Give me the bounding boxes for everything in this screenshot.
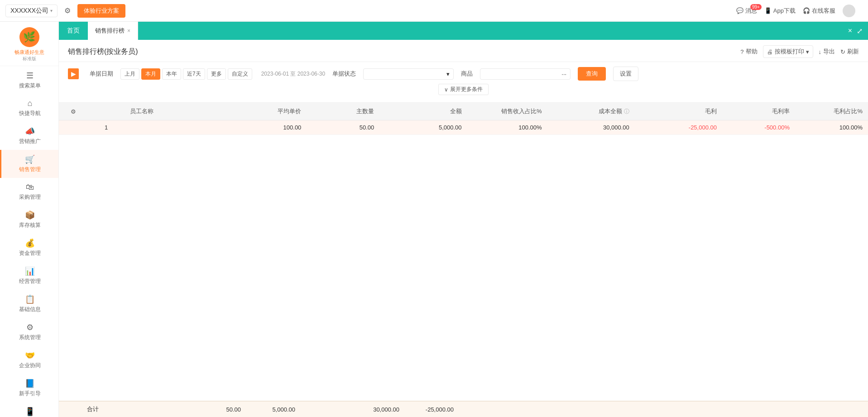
print-chevron-icon: ▾ (806, 48, 809, 55)
sidebar-item-label: 营销推广 (19, 138, 41, 145)
goods-input[interactable]: ··· (480, 68, 571, 80)
expand-row: ∨ 展开更多条件 (68, 81, 859, 98)
header-actions: ? 帮助 🖨 按模板打印 ▾ ↓ 导出 ↻ (740, 45, 859, 58)
th-name: 员工名称 (125, 103, 234, 120)
tab-close-window-icon[interactable]: × (848, 27, 852, 35)
export-label: 导出 (823, 48, 835, 56)
sidebar-item-label: 库存核算 (19, 221, 41, 229)
th-qty: 主数量 (307, 103, 379, 120)
help-button[interactable]: ? 帮助 (740, 48, 757, 56)
sidebar-nav: ☰ 搜索菜单 ⌂ 快捷导航 📣 营销推广 🛒 销售管理 🛍 采购管理 (0, 66, 58, 417)
search-menu-icon: ☰ (26, 71, 34, 81)
sidebar-item-label: 销售管理 (19, 166, 41, 173)
tab-sales-ranking-label: 销售排行榜 (95, 27, 125, 35)
row-avg-price: 100.00 (234, 120, 307, 135)
marketing-icon: 📣 (25, 126, 35, 136)
row-gross-pct: 100.00% (795, 120, 868, 135)
sidebar-item-label: 系统管理 (19, 334, 41, 341)
table-body: 1 100.00 50.00 5,000.00 100.00% 30,000.0… (59, 120, 868, 135)
trial-button[interactable]: 体验行业方案 (77, 4, 125, 18)
data-table: ⚙ 员工名称 平均单价 主数量 全额 销售收入占比% 成本全额 ⓘ 毛利 毛利率 (59, 103, 868, 135)
th-avg-price: 平均单价 (234, 103, 307, 120)
appcenter-icon: 📱 (25, 407, 35, 417)
row-cost-amount: 30,000.00 (547, 120, 635, 135)
row-name (125, 120, 234, 135)
filter-toggle-arrow[interactable]: ▶ (68, 68, 79, 79)
date-btn-this-month[interactable]: 本月 (141, 68, 160, 80)
date-toggle-group: 上月 本月 本年 近7天 更多 自定义 (120, 68, 252, 80)
th-gross-rate: 毛利率 (722, 103, 795, 120)
sidebar-item-label: 快捷导航 (19, 110, 41, 117)
sidebar-item-sales[interactable]: 🛒 销售管理 (0, 150, 58, 178)
message-icon: 💬 (736, 7, 743, 14)
sidebar-item-marketing[interactable]: 📣 营销推广 (0, 122, 58, 150)
date-range: 2023-06-01 至 2023-06-30 (261, 70, 325, 78)
sidebar-item-label: 采购管理 (19, 193, 41, 201)
status-select[interactable]: ▾ (363, 68, 454, 80)
company-name: XXXXXX公司 (10, 7, 48, 15)
expand-more-button[interactable]: ∨ 展开更多条件 (438, 84, 489, 95)
sidebar-item-purchase[interactable]: 🛍 采购管理 (0, 178, 58, 206)
system-icon: ⚙ (26, 322, 34, 332)
sidebar-item-search[interactable]: ☰ 搜索菜单 (0, 66, 58, 94)
tab-home[interactable]: 首页 (59, 22, 88, 40)
setting-button[interactable]: 设置 (613, 67, 638, 81)
refresh-button[interactable]: ↻ 刷新 (840, 48, 859, 56)
footer-cost: 30,000.00 (345, 406, 399, 413)
sidebar-item-enterprise[interactable]: 🤝 企业协同 (0, 346, 58, 374)
th-gross-profit: 毛利 (635, 103, 722, 120)
print-button[interactable]: 🖨 按模板打印 ▾ (763, 45, 813, 58)
online-service-button[interactable]: 🎧 在线客服 (803, 7, 835, 15)
avatar[interactable] (843, 5, 855, 17)
table-container: ⚙ 员工名称 平均单价 主数量 全额 销售收入占比% 成本全额 ⓘ 毛利 毛利率 (59, 103, 868, 401)
sidebar-item-finance[interactable]: 💰 资金管理 (0, 234, 58, 262)
top-bar: XXXXXX公司 ▾ ⚙ 体验行业方案 💬 消息 99+ 📱 App下载 🎧 在… (0, 0, 868, 22)
th-gross-pct: 毛利占比% (795, 103, 868, 120)
filter-area: ▶ 单据日期 上月 本月 本年 近7天 更多 自定义 2023-06-01 至 … (59, 62, 868, 103)
home-icon: ⌂ (28, 99, 33, 108)
footer-amount: 5,000.00 (241, 406, 295, 413)
sidebar-item-guide[interactable]: 📘 新手引导 (0, 374, 58, 402)
cost-info-icon[interactable]: ⓘ (624, 108, 629, 115)
date-btn-this-year[interactable]: 本年 (162, 68, 181, 80)
logo-sub: 标准版 (23, 56, 36, 62)
th-gear[interactable]: ⚙ (59, 103, 88, 120)
help-label: 帮助 (746, 48, 758, 56)
settings-icon[interactable]: ⚙ (61, 5, 74, 17)
sidebar-item-system[interactable]: ⚙ 系统管理 (0, 318, 58, 346)
help-icon: ? (740, 48, 743, 55)
date-btn-last-7days[interactable]: 近7天 (183, 68, 205, 80)
row-gross-profit: -25,000.00 (635, 120, 722, 135)
export-button[interactable]: ↓ 导出 (819, 48, 835, 56)
status-label: 单据状态 (332, 70, 356, 78)
app-download-button[interactable]: 📱 App下载 (764, 7, 796, 15)
company-selector[interactable]: XXXXXX公司 ▾ (5, 5, 58, 17)
sidebar-item-inventory[interactable]: 📦 库存核算 (0, 206, 58, 234)
tab-maximize-icon[interactable]: ⤢ (857, 27, 863, 35)
date-btn-more[interactable]: 更多 (207, 68, 226, 80)
sidebar-item-label: 新手引导 (19, 390, 41, 398)
search-button[interactable]: 查询 (578, 67, 606, 81)
logo-text: 畅康通好生意 (14, 49, 44, 56)
message-button[interactable]: 💬 消息 99+ (736, 7, 757, 15)
page-content: 销售排行榜(按业务员) ? 帮助 🖨 按模板打印 ▾ ↓ (59, 40, 868, 417)
refresh-icon: ↻ (840, 48, 845, 55)
date-label: 单据日期 (90, 70, 113, 78)
date-btn-last-month[interactable]: 上月 (120, 68, 139, 80)
tab-bar: 首页 销售排行榜 × × ⤢ (59, 22, 868, 40)
date-btn-custom[interactable]: 自定义 (228, 68, 252, 80)
tab-bar-right: × ⤢ (843, 27, 868, 35)
row-rank: 1 (88, 120, 124, 135)
th-amount: 全额 (379, 103, 467, 120)
sidebar-item-basic[interactable]: 📋 基础信息 (0, 290, 58, 318)
page-title: 销售排行榜(按业务员) (68, 47, 138, 57)
sidebar: 🌿 畅康通好生意 标准版 ☰ 搜索菜单 ⌂ 快捷导航 📣 营销推广 � (0, 22, 59, 417)
sidebar-item-shortcut[interactable]: ⌂ 快捷导航 (0, 94, 58, 122)
tab-sales-ranking[interactable]: 销售排行榜 × (88, 22, 138, 40)
row-qty: 50.00 (307, 120, 379, 135)
refresh-label: 刷新 (847, 48, 859, 56)
sidebar-item-operations[interactable]: 📊 经营管理 (0, 262, 58, 290)
sidebar-item-label: 经营管理 (19, 278, 41, 285)
tab-close-icon[interactable]: × (127, 28, 130, 34)
sidebar-item-appcenter[interactable]: 📱 应用中心 (0, 402, 58, 417)
